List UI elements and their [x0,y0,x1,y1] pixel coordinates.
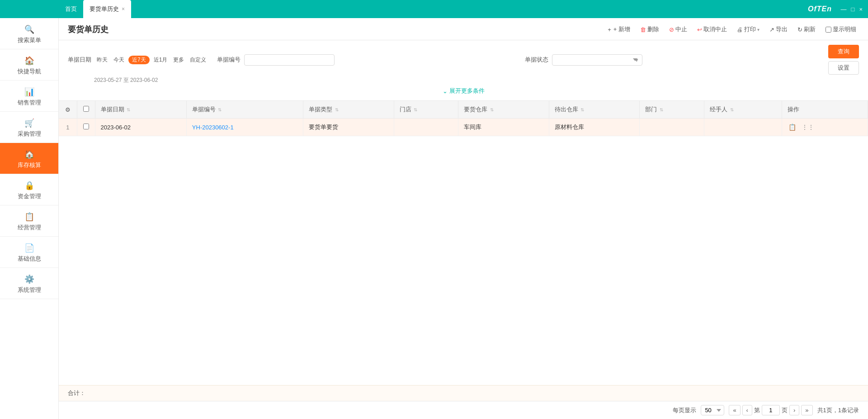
next-page-btn[interactable]: › [789,405,799,415]
show-detail-checkbox[interactable] [826,27,831,33]
cell-doc-number[interactable]: YH-20230602-1 [186,119,303,136]
page-input[interactable] [762,405,780,415]
pagination-bar: 每页显示 10 20 50 100 « ‹ 第 页 › » 共1页，1条记录 [59,401,868,419]
sort-store-icon[interactable]: ⇅ [414,107,417,112]
row-action-icons: 📋 ⋮⋮ [788,123,862,132]
doc-number-input[interactable] [244,54,335,66]
doc-status-select[interactable] [552,54,642,66]
cell-store [394,119,458,136]
last-page-btn[interactable]: » [801,405,812,415]
total-info: 共1页，1条记录 [817,406,859,414]
date-range-text: 2023-05-27 至 2023-06-02 [94,77,158,83]
col-checkbox[interactable] [77,101,95,119]
cancel-stop-button[interactable]: ↩ 取消中止 [694,24,730,35]
sort-doc-type-icon[interactable]: ⇅ [335,107,339,112]
query-button[interactable]: 查询 [828,45,859,58]
sort-handler-icon[interactable]: ⇅ [730,107,734,112]
table-header-row: ⚙ 单据日期 ⇅ 单据编号 ⇅ [59,101,868,119]
sidebar-item-system-mgmt[interactable]: ⚙️ 系统管理 [0,268,58,299]
shortcut-last7days[interactable]: 近7天 [128,56,150,64]
new-button[interactable]: + + 新增 [605,24,633,35]
col-req-warehouse[interactable]: 要货仓库 ⇅ [458,101,549,119]
sidebar-item-purchase-mgmt[interactable]: 🛒 采购管理 [0,112,58,143]
sidebar-item-search-menu[interactable]: 🔍 搜索菜单 [0,18,58,49]
print-dropdown-icon[interactable]: ▾ [757,27,760,32]
table-footer: 合计： [59,385,868,401]
cell-dept [640,119,704,136]
show-detail-button[interactable]: 显示明细 [823,24,859,35]
toolbar: + + 新增 🗑 删除 ⊘ 中止 ↩ 取消中止 [605,24,859,35]
operations-mgmt-icon: 📋 [24,212,34,222]
per-page-select[interactable]: 10 20 50 100 [701,405,724,415]
per-page-label: 每页显示 [673,406,696,414]
purchase-mgmt-icon: 🛒 [24,118,34,128]
print-button[interactable]: 🖨 打印 ▾ [734,24,762,35]
page-title-row: 要货单历史 + + 新增 🗑 删除 ⊘ 中止 ↩ [68,24,859,35]
finance-mgmt-icon: 🔒 [24,181,34,190]
new-icon: + [608,26,611,33]
shortcut-custom[interactable]: 自定义 [188,56,208,64]
sidebar-item-purchase-mgmt-label: 采购管理 [18,130,41,138]
sidebar-item-quick-nav-label: 快捷导航 [18,67,41,76]
sidebar-item-basic-info-label: 基础信息 [18,255,41,263]
sidebar-item-sales-mgmt-label: 销售管理 [18,99,41,107]
table-container: ⚙ 单据日期 ⇅ 单据编号 ⇅ [59,101,868,385]
sort-doc-date-icon[interactable]: ⇅ [127,107,130,112]
sort-dept-icon[interactable]: ⇅ [660,107,663,112]
sidebar-item-operations-mgmt[interactable]: 📋 经营管理 [0,205,58,237]
row-edit-icon[interactable]: 📋 [788,123,797,132]
expand-more-btn[interactable]: ⌄ 展开更多条件 [68,84,859,96]
doc-number-label: 单据编号 [217,56,241,64]
window-controls: — □ × [841,6,863,13]
sort-pending-warehouse-icon[interactable]: ⇅ [580,107,584,112]
stop-button[interactable]: ⊘ 中止 [666,24,690,35]
col-doc-type[interactable]: 单据类型 ⇅ [303,101,394,119]
select-all-checkbox[interactable] [83,106,89,112]
row-select-checkbox[interactable] [83,124,89,129]
close-btn[interactable]: × [859,6,863,13]
cell-pending-warehouse: 原材料仓库 [549,119,639,136]
col-dept[interactable]: 部门 ⇅ [640,101,704,119]
sidebar-item-quick-nav[interactable]: 🏠 快捷导航 [0,49,58,81]
tab-requisition-history[interactable]: 要货单历史 × [83,0,131,18]
refresh-button[interactable]: ↻ 刷新 [795,24,818,35]
delete-button[interactable]: 🗑 删除 [637,24,662,35]
settings-button[interactable]: 设置 [828,61,859,75]
col-store[interactable]: 门店 ⇅ [394,101,458,119]
stop-icon: ⊘ [669,26,674,33]
col-doc-date[interactable]: 单据日期 ⇅ [95,101,186,119]
row-checkbox[interactable] [77,119,95,136]
sidebar-item-finance-mgmt[interactable]: 🔒 资金管理 [0,174,58,205]
sidebar-item-search-menu-label: 搜索菜单 [18,36,41,44]
settings-gear-icon[interactable]: ⚙ [65,106,71,113]
print-icon: 🖨 [737,26,743,33]
shortcut-more[interactable]: 更多 [171,56,186,64]
close-tab-icon[interactable]: × [122,6,125,12]
sidebar-item-basic-info[interactable]: 📄 基础信息 [0,237,58,268]
sidebar-item-inventory-calc[interactable]: 🏠 库存核算 [0,143,58,174]
doc-status-label: 单据状态 [525,56,548,64]
sidebar-item-sales-mgmt[interactable]: 📊 销售管理 [0,81,58,112]
prev-page-btn[interactable]: ‹ [742,405,752,415]
export-button[interactable]: ↗ 导出 [767,24,790,35]
shortcut-yesterday[interactable]: 昨天 [95,56,109,64]
sort-doc-number-icon[interactable]: ⇅ [218,107,222,112]
brand-logo: OfTEn [808,5,832,13]
inventory-calc-icon: 🏠 [24,149,34,159]
shortcut-last1month[interactable]: 近1月 [152,56,170,64]
col-doc-number[interactable]: 单据编号 ⇅ [186,101,303,119]
col-settings[interactable]: ⚙ [59,101,77,119]
first-page-btn[interactable]: « [729,405,740,415]
doc-number-link[interactable]: YH-20230602-1 [192,124,234,131]
tab-home[interactable]: 首页 [59,0,83,18]
maximize-btn[interactable]: □ [851,6,855,13]
minimize-btn[interactable]: — [841,6,847,13]
sort-req-warehouse-icon[interactable]: ⇅ [490,107,494,112]
col-handler[interactable]: 经手人 ⇅ [704,101,782,119]
shortcut-today[interactable]: 今天 [112,56,126,64]
top-bar: 首页 要货单历史 × OfTEn — □ × [0,0,868,18]
filter-doc-status: 单据状态 ▾ [525,54,638,66]
col-pending-warehouse[interactable]: 待出仓库 ⇅ [549,101,639,119]
sidebar: 🔍 搜索菜单 🏠 快捷导航 📊 销售管理 🛒 采购管理 🏠 库存核算 🔒 资金管… [0,18,59,419]
row-more-icon[interactable]: ⋮⋮ [801,123,815,132]
